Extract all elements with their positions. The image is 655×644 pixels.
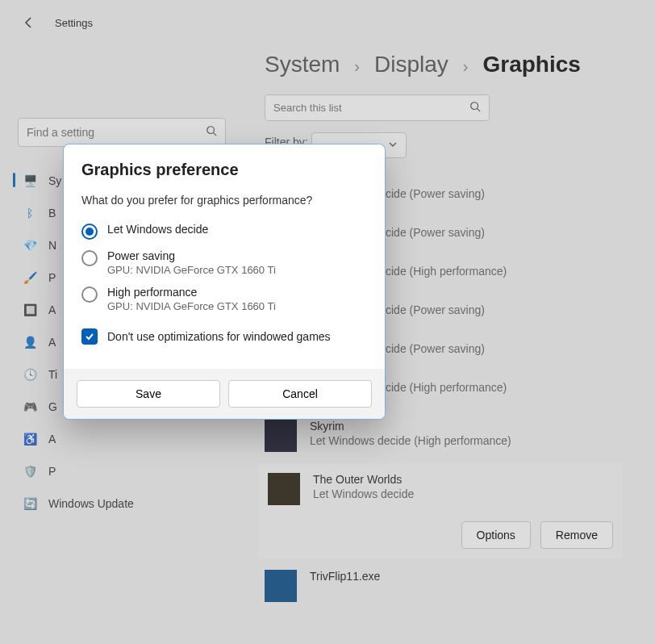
search-icon [469,101,481,115]
back-arrow-icon[interactable] [23,16,35,29]
radio-icon[interactable] [81,224,98,240]
dialog-title: Graphics preference [81,161,367,179]
radio-let-windows-decide[interactable]: Let Windows decide [81,218,367,245]
sidebar-item-label: N [48,239,56,252]
app-list-item[interactable]: cide (High performance) [386,258,623,297]
sidebar-item-label: Ti [48,368,57,381]
app-list-item[interactable]: cide (High performance) [386,374,623,413]
radio-label: Let Windows decide [107,223,208,236]
sidebar-item-label: B [48,207,56,220]
sidebar-item-label: P [48,465,56,478]
update-icon: 🔄 [23,496,37,511]
options-button[interactable]: Options [461,521,531,549]
app-list-item[interactable]: cide (Power saving) [386,220,623,258]
radio-sublabel: GPU: NVIDIA GeForce GTX 1660 Ti [107,300,276,312]
accounts-icon: 👤 [23,335,37,349]
app-icon [265,570,297,602]
app-list-item[interactable]: Skyrim Let Windows decide (High performa… [265,413,623,460]
system-icon: 🖥️ [23,174,37,188]
app-name-label: Skyrim [310,420,511,433]
radio-icon[interactable] [81,286,98,303]
app-list-item[interactable]: cide (Power saving) [386,297,623,336]
gaming-icon: 🎮 [23,399,37,414]
save-button[interactable]: Save [77,380,220,408]
chevron-right-icon: › [463,57,469,76]
clock-icon: 🕓 [23,367,37,382]
checkbox-icon[interactable] [81,328,98,345]
app-list-item[interactable]: TrivFlip11.exe [265,558,623,621]
sidebar-item-label: G [48,400,57,413]
accessibility-icon: ♿ [23,432,37,446]
radio-high-performance[interactable]: High performance GPU: NVIDIA GeForce GTX… [81,281,367,317]
find-setting-input[interactable] [18,118,226,147]
sidebar-item-label: A [48,303,56,316]
radio-icon[interactable] [81,250,98,266]
network-icon: 💎 [23,238,37,253]
checkbox-windowed-optimizations[interactable]: Don't use optimizations for windowed gam… [81,322,367,361]
radio-sublabel: GPU: NVIDIA GeForce GTX 1660 Ti [107,264,276,276]
brush-icon: 🖌️ [23,270,37,285]
bluetooth-icon: ᛒ [23,206,37,220]
app-list-item[interactable]: cide (Power saving) [386,336,623,374]
app-name-label: The Outer Worlds [313,473,414,486]
page-header-label: Settings [55,17,93,29]
app-sub-label: cide (Power saving) [386,342,485,355]
checkbox-label: Don't use optimizations for windowed gam… [107,330,331,343]
app-sub-label: cide (High performance) [386,265,507,278]
apps-icon: 🔲 [23,303,37,317]
sidebar-item-label: A [48,336,56,349]
sidebar-item-label: P [48,271,56,284]
app-list-item[interactable]: cide (Power saving) [386,181,623,220]
breadcrumb-display[interactable]: Display [374,52,448,77]
find-setting-field[interactable] [27,126,188,139]
graphics-preference-dialog: Graphics preference What do you prefer f… [63,144,386,420]
breadcrumb: System › Display › Graphics [265,52,581,77]
app-icon [268,473,300,505]
shield-icon: 🛡️ [23,464,37,479]
app-sub-label: cide (High performance) [386,381,507,394]
search-list-field[interactable] [273,102,451,114]
svg-point-1 [471,102,478,109]
radio-label: High performance [107,286,276,299]
search-icon [206,125,217,140]
app-name-label: TrivFlip11.exe [310,570,380,583]
sidebar-item-label: A [48,433,56,445]
radio-label: Power saving [107,249,276,262]
dialog-subtitle: What do you prefer for graphics performa… [81,194,367,207]
app-sub-label: cide (Power saving) [386,303,485,316]
chevron-right-icon: › [354,57,360,76]
sidebar-item-windows-update[interactable]: 🔄 Windows Update [15,487,224,520]
app-list-item-expanded[interactable]: The Outer Worlds Let Windows decide Opti… [258,463,623,558]
breadcrumb-system[interactable]: System [265,52,340,77]
search-list-input[interactable] [265,94,490,121]
radio-power-saving[interactable]: Power saving GPU: NVIDIA GeForce GTX 166… [81,245,367,281]
sidebar-item-privacy[interactable]: 🛡️ P [15,455,224,487]
svg-point-0 [207,127,215,134]
breadcrumb-current: Graphics [483,52,581,77]
app-sub-label: cide (Power saving) [386,187,485,200]
app-sub-label: cide (Power saving) [386,226,485,239]
cancel-button[interactable]: Cancel [228,380,372,408]
sidebar-item-label: Windows Update [48,497,134,510]
remove-button[interactable]: Remove [540,521,613,549]
app-sub-label: Let Windows decide (High performance) [310,434,511,447]
sidebar-item-label: Sy [48,174,61,187]
app-icon [265,420,297,452]
sidebar-item-accessibility[interactable]: ♿ A [15,423,224,455]
chevron-down-icon [388,138,398,153]
app-sub-label: Let Windows decide [313,487,414,500]
